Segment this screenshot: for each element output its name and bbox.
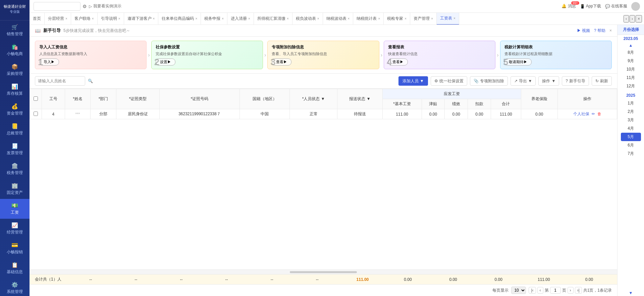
close-icon[interactable]: × [248, 17, 250, 20]
month-2[interactable]: 2月 [621, 108, 641, 116]
deduction-button[interactable]: 📎 专项附加扣除 [470, 76, 508, 86]
close-icon[interactable]: × [195, 17, 197, 20]
tab-layered[interactable]: 分层经营 × [45, 13, 71, 25]
chevron-down-icon: ▼ [528, 79, 532, 83]
close-icon[interactable]: × [65, 17, 67, 20]
close-icon[interactable]: × [92, 17, 94, 20]
month-11[interactable]: 11月 [621, 74, 641, 82]
tab-home[interactable]: 首页 [30, 13, 45, 25]
sidebar-item-expense[interactable]: 💳 小畅报销 [0, 239, 30, 258]
video-link[interactable]: ▶ 视频 [577, 28, 590, 34]
month-5[interactable]: 5月 [621, 133, 641, 141]
guide-button[interactable]: ? 新手引导 [562, 76, 589, 86]
sidebar-item-basic-info[interactable]: 📋 基础信息 [0, 258, 30, 278]
sidebar-item-label: 税务管理 [7, 170, 23, 176]
step-2-desc: 完成社保参数设置后自动计算社保公积金 [156, 51, 259, 56]
add-employee-button[interactable]: 添加人员 ▼ [398, 76, 428, 86]
month-4[interactable]: 4月 [621, 124, 641, 133]
demo-link[interactable]: ▷ 我要看实例演示 [89, 3, 121, 9]
page-size-select[interactable]: 10 20 50 [511, 287, 526, 294]
tab-guide-desc[interactable]: 引导说明 × [98, 13, 124, 25]
help-link[interactable]: ? 帮助 [594, 28, 605, 34]
salary-table-wrap: 工号 *姓名 *部门 *证照类型 *证照号码 国籍（地区） *人员状态 ▼ 报送… [30, 89, 617, 269]
edit-icon[interactable]: ✏ [592, 112, 595, 116]
close-icon[interactable]: × [405, 17, 407, 20]
guide-close-button[interactable]: × [609, 28, 612, 33]
close-icon[interactable]: × [378, 17, 380, 20]
close-icon[interactable]: × [431, 17, 433, 20]
month-1[interactable]: 1月 [621, 99, 641, 108]
prev-page-button[interactable]: ‹ [537, 287, 543, 294]
scrollbar-thumb[interactable] [290, 271, 357, 273]
sidebar-item-finance[interactable]: 💰 资金管理 [0, 100, 30, 120]
gear-icon[interactable]: ⚙ [83, 4, 87, 9]
delete-icon[interactable]: 🗑 [597, 112, 601, 116]
step-2: 社保参数设置 完成社保参数设置后自动计算社保公积金 设置▶ 2 [151, 41, 263, 69]
footer-total: 111.00 [521, 277, 567, 282]
user-avatar[interactable] [631, 2, 640, 11]
close-icon[interactable]: × [118, 17, 120, 20]
tab-invite[interactable]: 邀请下游客户 × [124, 13, 159, 25]
row-check[interactable] [34, 112, 38, 116]
unified-settings-button[interactable]: ⚙ 统一社保设置 [431, 76, 467, 86]
sidebar-item-inventory[interactable]: 📊 库存核算 [0, 80, 30, 100]
search-input[interactable] [35, 76, 85, 86]
refresh-button[interactable]: ↻ 刷新 [592, 76, 612, 86]
sidebar-item-assets[interactable]: 🏢 固定资产 [0, 179, 30, 199]
tab-close-all-button[interactable]: × [636, 15, 642, 23]
month-scroll-down[interactable]: ▼ [618, 290, 644, 296]
page-input[interactable] [550, 287, 561, 294]
sidebar-item-purchase[interactable]: 📦 采购管理 [0, 60, 30, 80]
close-icon[interactable]: × [317, 17, 319, 20]
tab-product-code[interactable]: 往来单位商品编码 × [158, 13, 201, 25]
tab-tax-burden[interactable]: 税负波动表 × [292, 13, 323, 25]
close-icon[interactable]: × [222, 17, 224, 20]
month-6[interactable]: 6月 [621, 141, 641, 150]
tab-prev-button[interactable]: ‹ [624, 15, 629, 23]
tab-assets[interactable]: 资产管理 × [410, 13, 437, 25]
month-scroll-up[interactable]: ▲ [618, 42, 644, 48]
sidebar-item-system[interactable]: ⚙️ 系统管理 [0, 278, 30, 296]
tab-tax-wave[interactable]: 纳税波动表 × [323, 13, 354, 25]
tab-tax-expert[interactable]: 税检专家 × [384, 13, 410, 25]
online-service-button[interactable]: 💬 在线客服 [605, 3, 627, 9]
close-icon[interactable]: × [287, 17, 289, 20]
operations-button[interactable]: 操作 ▼ [538, 76, 559, 86]
tab-tax-stats[interactable]: 纳税统计表 × [353, 13, 384, 25]
month-10[interactable]: 10月 [621, 65, 641, 74]
month-9[interactable]: 9月 [621, 57, 641, 65]
settings-icon: ⚙ [434, 79, 438, 83]
notice-button[interactable]: 🔔 消息 99+ [561, 3, 576, 9]
tab-income-tax[interactable]: 所得税汇算清缴 × [254, 13, 292, 25]
personal-insurance-link[interactable]: 个人社保 [573, 112, 589, 116]
last-page-button[interactable]: ›| [575, 287, 582, 294]
sidebar-item-invoice[interactable]: 🧾 发票管理 [0, 139, 30, 159]
export-button[interactable]: ↗ 导出 ▼ [511, 76, 536, 86]
sidebar-item-ecommerce[interactable]: 🛍️ 小畅电商 [0, 40, 30, 60]
first-page-button[interactable]: |‹ [529, 287, 536, 294]
horizontal-scrollbar[interactable] [30, 269, 617, 274]
step-5-button[interactable]: 敬请期待▶ [504, 58, 532, 66]
close-icon[interactable]: × [153, 17, 155, 20]
month-3[interactable]: 3月 [621, 116, 641, 124]
tab-tax-report[interactable]: 税务申报 × [201, 13, 227, 25]
select-all-checkbox[interactable] [34, 96, 38, 101]
sidebar-item-tax[interactable]: 🏛️ 税务管理 [0, 159, 30, 179]
next-page-button[interactable]: › [568, 287, 574, 294]
month-7[interactable]: 7月 [621, 150, 641, 158]
company-input[interactable] [34, 2, 80, 11]
close-icon[interactable]: × [348, 17, 350, 20]
sidebar-item-ledger[interactable]: 📒 总账管理 [0, 120, 30, 139]
close-icon[interactable]: × [453, 16, 455, 20]
tab-next-button[interactable]: › [630, 15, 635, 23]
month-8[interactable]: 8月 [621, 48, 641, 57]
tab-clearance[interactable]: 进入清册 × [227, 13, 254, 25]
month-12[interactable]: 12月 [621, 82, 641, 90]
app-download-button[interactable]: 📱 App下载 [580, 3, 601, 9]
tab-salary[interactable]: 工资表 × [437, 13, 459, 25]
sidebar-item-salary[interactable]: 💵 工资 [0, 199, 30, 219]
sidebar-item-management[interactable]: 📈 经营管理 [0, 219, 30, 239]
sidebar-item-sales[interactable]: 🛒 销售管理 [0, 20, 30, 40]
search-icon[interactable]: 🔍 [88, 79, 93, 83]
tab-customer[interactable]: 客户联络 × [71, 13, 98, 25]
